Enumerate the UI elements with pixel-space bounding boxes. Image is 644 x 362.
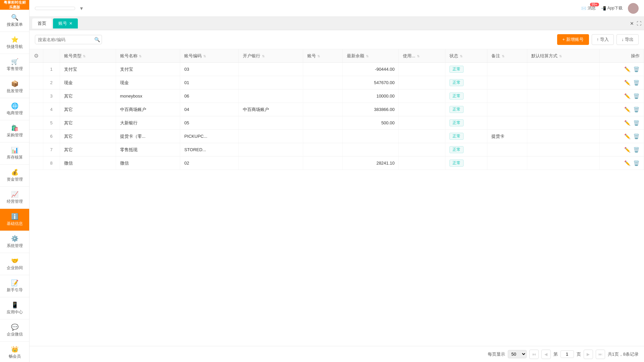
sidebar-item-basic-info[interactable]: ℹ️ 基础信息 bbox=[0, 209, 29, 231]
delete-button-5[interactable]: 🗑️ bbox=[633, 133, 640, 139]
delete-button-6[interactable]: 🗑️ bbox=[633, 147, 640, 153]
sidebar-logo: 粤掌柜时生鲜 乐惠版 bbox=[0, 0, 29, 10]
messages-button[interactable]: ✉️ 消息 99+ bbox=[581, 5, 596, 11]
delete-button-1[interactable]: 🗑️ bbox=[633, 80, 640, 86]
row-remark-0 bbox=[487, 63, 527, 76]
app-download-button[interactable]: 📲 App下载 bbox=[601, 5, 623, 11]
next-page-button[interactable]: ▶ bbox=[584, 350, 593, 359]
tab-maximize-button[interactable]: ⛶ bbox=[637, 21, 641, 26]
sidebar-item-sys[interactable]: ⚙️ 系统管理 bbox=[0, 231, 29, 253]
row-remark-7 bbox=[487, 157, 527, 170]
col-code[interactable]: 账号编码 ⇅ bbox=[180, 49, 238, 63]
edit-button-1[interactable]: ✏️ bbox=[624, 80, 631, 86]
export-button[interactable]: ↓ 导出 bbox=[616, 34, 639, 45]
col-bank[interactable]: 开户银行 ⇅ bbox=[238, 49, 303, 63]
search-icon[interactable]: 🔍 bbox=[94, 37, 100, 42]
row-actions-2: ✏️ 🗑️ bbox=[599, 89, 644, 103]
row-type-0: 支付宝 bbox=[60, 63, 116, 76]
row-balance-6 bbox=[343, 143, 399, 157]
tab-minimize-button[interactable]: ✕ bbox=[630, 21, 634, 26]
search-input[interactable] bbox=[38, 37, 94, 42]
row-remark-6 bbox=[487, 143, 527, 157]
sidebar-item-purchase[interactable]: 🛍️ 采购管理 bbox=[0, 120, 29, 142]
current-page-label: 第 bbox=[553, 351, 558, 357]
row-remark-1 bbox=[487, 76, 527, 89]
table-row: 2 现金 现金 01 547670.00 正常 ✏️ 🗑️ bbox=[30, 76, 644, 89]
delete-button-0[interactable]: 🗑️ bbox=[633, 66, 640, 72]
column-settings-icon[interactable]: ⚙ bbox=[34, 53, 39, 59]
sidebar-item-member[interactable]: 👑 畅会员 bbox=[0, 342, 29, 362]
messages-badge: 99+ bbox=[590, 3, 599, 6]
sidebar-item-app-center[interactable]: 📱 应用中心 bbox=[0, 297, 29, 319]
row-index-4: 5 bbox=[43, 116, 60, 130]
delete-button-7[interactable]: 🗑️ bbox=[633, 160, 640, 166]
delete-button-3[interactable]: 🗑️ bbox=[633, 107, 640, 113]
row-balance-7: 28241.10 bbox=[343, 157, 399, 170]
last-page-button[interactable]: ⏭ bbox=[596, 350, 605, 359]
header-dropdown-icon[interactable]: ▼ bbox=[79, 6, 84, 11]
sort-arrows-name: ⇅ bbox=[138, 54, 142, 58]
capital-icon: 💰 bbox=[1, 169, 28, 176]
row-usage-4 bbox=[399, 116, 445, 130]
table-row: 6 其它 提货卡（零... PICKUPC... 正常 提货卡 ✏️ 🗑️ bbox=[30, 130, 644, 143]
sidebar-item-ops[interactable]: 📈 经营管理 bbox=[0, 187, 29, 209]
row-name-7: 微信 bbox=[116, 157, 180, 170]
prev-page-button[interactable]: ◀ bbox=[541, 350, 551, 359]
sidebar-item-search-menu[interactable]: 🔍 搜索菜单 bbox=[0, 10, 29, 32]
edit-button-4[interactable]: ✏️ bbox=[624, 120, 631, 126]
col-default-settle[interactable]: 默认结算方式 ⇅ bbox=[527, 49, 600, 63]
page-size-select[interactable]: 50 100 200 bbox=[508, 350, 527, 358]
sidebar-item-capital[interactable]: 💰 资金管理 bbox=[0, 165, 29, 187]
col-usage[interactable]: 使用... ⇅ bbox=[399, 49, 445, 63]
tab-bar: 首页 账号 ✕ ✕ ⛶ bbox=[30, 17, 644, 30]
content-area: 🔍 + 新增账号 ↑ 导入 ↓ 导出 ⚙ 账号类型 ⇅ 账号名称 ⇅ 账号编码 … bbox=[30, 30, 644, 362]
sidebar-item-inventory[interactable]: 📊 库存核算 bbox=[0, 142, 29, 165]
edit-button-0[interactable]: ✏️ bbox=[624, 66, 631, 72]
sidebar-item-quick-nav[interactable]: ⭐ 快捷导航 bbox=[0, 32, 29, 54]
row-setting-7 bbox=[30, 157, 43, 170]
edit-button-5[interactable]: ✏️ bbox=[624, 133, 631, 139]
sort-arrows-code: ⇅ bbox=[202, 54, 206, 58]
col-balance[interactable]: 最新余额 ⇅ bbox=[343, 49, 399, 63]
add-account-button[interactable]: + 新增账号 bbox=[557, 34, 589, 45]
col-remark[interactable]: 备注 ⇅ bbox=[487, 49, 527, 63]
tab-close-icon[interactable]: ✕ bbox=[69, 21, 72, 26]
row-setting-5 bbox=[30, 130, 43, 143]
col-setting[interactable]: ⚙ bbox=[30, 49, 43, 63]
tab-account[interactable]: 账号 ✕ bbox=[53, 18, 78, 28]
header-search[interactable] bbox=[35, 7, 75, 10]
col-status[interactable]: 状态 ⇅ bbox=[445, 49, 487, 63]
row-balance-1: 547670.00 bbox=[343, 76, 399, 89]
sidebar-item-ecommerce[interactable]: 🌐 电商管理 bbox=[0, 98, 29, 120]
table-row: 7 其它 零售抵现 STORED... 正常 ✏️ 🗑️ bbox=[30, 143, 644, 157]
row-code-2: 06 bbox=[180, 89, 238, 103]
row-code-0: 03 bbox=[180, 63, 238, 76]
sidebar-item-retail[interactable]: 🛒 零售管理 bbox=[0, 54, 29, 76]
edit-button-6[interactable]: ✏️ bbox=[624, 147, 631, 153]
sort-arrows-balance: ⇅ bbox=[365, 54, 369, 58]
row-index-1: 2 bbox=[43, 76, 60, 89]
edit-button-2[interactable]: ✏️ bbox=[624, 93, 631, 99]
row-balance-5 bbox=[343, 130, 399, 143]
col-account[interactable]: 账号 ⇅ bbox=[303, 49, 343, 63]
tab-home[interactable]: 首页 bbox=[32, 18, 52, 28]
edit-button-3[interactable]: ✏️ bbox=[624, 107, 631, 113]
col-type[interactable]: 账号类型 ⇅ bbox=[60, 49, 116, 63]
col-name[interactable]: 账号名称 ⇅ bbox=[116, 49, 180, 63]
sidebar-item-new-guide[interactable]: 📝 新手引导 bbox=[0, 275, 29, 297]
row-code-6: STORED... bbox=[180, 143, 238, 157]
sidebar-item-corp-wechat[interactable]: 💬 企业微信 bbox=[0, 319, 29, 342]
page-input[interactable] bbox=[560, 350, 574, 358]
first-page-button[interactable]: ⏮ bbox=[529, 350, 539, 359]
row-remark-3 bbox=[487, 103, 527, 116]
row-bank-5 bbox=[238, 130, 303, 143]
import-button[interactable]: ↑ 导入 bbox=[592, 34, 614, 45]
sidebar-item-corp-agreement[interactable]: 🤝 企业协同 bbox=[0, 253, 29, 275]
sidebar-item-wholesale[interactable]: 📦 批发管理 bbox=[0, 76, 29, 98]
edit-button-7[interactable]: ✏️ bbox=[624, 160, 631, 166]
user-avatar[interactable] bbox=[628, 3, 639, 14]
delete-button-2[interactable]: 🗑️ bbox=[633, 93, 640, 99]
row-code-4: 05 bbox=[180, 116, 238, 130]
delete-button-4[interactable]: 🗑️ bbox=[633, 120, 640, 126]
ecommerce-icon: 🌐 bbox=[1, 102, 28, 110]
